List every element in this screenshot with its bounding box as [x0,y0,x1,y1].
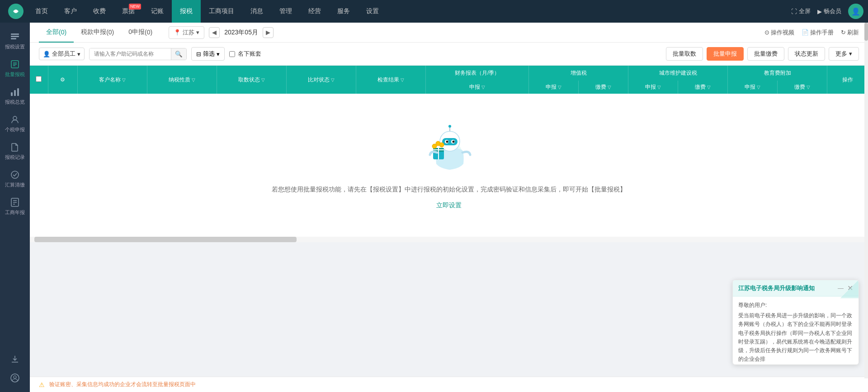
filter-button[interactable]: ⊟ 筛选 ▾ [191,47,225,61]
th-gear[interactable]: ⚙ [48,66,78,94]
th-tax-nature[interactable]: 纳税性质 ▽ [147,66,217,94]
sidebar-item-settlement[interactable]: 汇算清缴 [0,165,30,193]
empty-state: 若您想使用批量报税功能，请先在【报税设置】中进行报税的初始化设置，完成密码验证和… [30,94,868,237]
tab-all[interactable]: 全部(0) [39,23,74,43]
robot-illustration [422,121,476,175]
th-compare-status[interactable]: 比对状态 ▽ [287,66,356,94]
top-navigation: 首页 客户 收费 票据 NEW 记账 报税 工商项目 消息 管理 经营 服务 设… [0,0,868,23]
sidebar-item-tax-record[interactable]: 报税记录 [0,138,30,165]
horizontal-scrollbar[interactable] [30,237,868,242]
dropdown-icon: ▾ [77,51,80,57]
person-icon: 👤 [43,51,50,57]
sidebar-user[interactable] [0,368,30,387]
tab-zero-declare[interactable]: 0申报(0) [121,23,160,43]
sidebar-item-personal-tax[interactable]: 个税申报 [0,110,30,138]
vip-btn[interactable]: ▶ 畅会员 [817,7,841,15]
th-fetch-status[interactable]: 取数状态 ▽ [217,66,287,94]
th-vat-payment[interactable]: 缴费 ▽ [579,81,628,94]
th-cc-payment[interactable]: 缴费 ▽ [678,81,728,94]
sidebar-item-business-report[interactable]: 工商年报 [0,193,30,220]
warning-message: 验证账密、采集信息均成功的企业才会流转至批量报税页面中 [49,381,196,388]
nav-manage[interactable]: 管理 [271,0,300,23]
tab-bar-right: ⊙ 操作视频 📄 操作手册 ↻ 刷新 [764,29,859,37]
th-customer-name[interactable]: 客户名称 ▽ [78,66,147,94]
nav-operation[interactable]: 经营 [300,0,329,23]
sidebar-item-tax-settings[interactable]: 报税设置 [0,27,30,55]
accounts-checkbox-label[interactable]: 名下账套 [229,50,261,58]
svg-rect-9 [11,92,13,96]
nav-tax[interactable]: 报税 [172,0,201,23]
th-vat-declare[interactable]: 申报 ▽ [529,81,579,94]
notification-greeting: 尊敬的用户: [738,301,853,310]
filter-triangle-icon2: ▽ [192,77,195,82]
prev-month-btn[interactable]: ◀ [209,27,220,38]
batch-fetch-btn[interactable]: 批量取数 [666,47,703,61]
operation-manual-btn[interactable]: 📄 操作手册 [802,29,834,37]
search-box: 🔍 [89,48,187,60]
user-avatar[interactable]: 👤 [848,4,863,19]
more-chevron-icon: ▾ [849,50,852,57]
tax-record-icon [10,142,20,152]
th-vat-group: 增值税 [529,66,628,81]
nav-home[interactable]: 首页 [27,0,56,23]
sidebar-item-batch-tax[interactable]: 批量报税 [0,55,30,82]
nav-accounting[interactable]: 记账 [143,0,172,23]
empty-message: 若您想使用批量报税功能，请先在【报税设置】中进行报税的初始化设置，完成密码验证和… [272,184,626,194]
filter-triangle-icon3: ▽ [261,77,265,82]
gear-icon: ⚙ [60,76,65,83]
th-checkbox[interactable] [30,66,48,94]
notification-title: 江苏电子税务局升级影响通知 [738,284,815,292]
search-button[interactable]: 🔍 [171,48,186,60]
bottom-bar: ⚠ 验证账密、采集信息均成功的企业才会流转至批量报税页面中 [30,377,868,392]
svg-rect-2 [11,33,19,35]
nav-right-actions: ⛶ 全屏 ▶ 畅会员 👤 [791,4,863,19]
batch-payment-btn[interactable]: 批量缴费 [747,47,784,61]
operation-video-btn[interactable]: ⊙ 操作视频 [764,29,794,37]
nav-customer[interactable]: 客户 [56,0,85,23]
sidebar-download[interactable] [0,349,30,368]
batch-declare-btn[interactable]: 批量申报 [707,47,744,61]
user-circle-icon [10,373,20,383]
employee-selector[interactable]: 👤 全部员工 ▾ [39,48,85,60]
tab-tax-declare[interactable]: 税款申报(0) [74,23,121,43]
tab-bar: 全部(0) 税款申报(0) 0申报(0) 📍 江苏 ▾ ◀ 2023年05月 ▶… [30,23,868,43]
notification-header: 江苏电子税务局升级影响通知 — ✕ [733,280,859,296]
right-scroll-thumb [864,23,868,41]
th-financial-report-group: 财务报表（月/季） [426,66,529,81]
next-month-btn[interactable]: ▶ [263,27,274,38]
svg-point-13 [11,171,19,178]
accounts-checkbox[interactable] [229,51,235,57]
business-report-icon [10,197,20,207]
search-input[interactable] [90,48,171,59]
scroll-thumb [34,237,297,242]
th-cc-declare[interactable]: 申报 ▽ [628,81,678,94]
th-city-group: 城市维护建设税 [628,66,728,81]
svg-rect-11 [17,88,19,96]
chevron-down-icon: ▾ [196,29,199,36]
th-edu-payment[interactable]: 缴费 ▽ [778,81,827,94]
svg-point-26 [446,141,448,143]
right-scrollbar[interactable] [864,23,868,378]
download-icon [10,354,20,364]
th-check-result[interactable]: 检查结果 ▽ [356,66,426,94]
refresh-btn[interactable]: ↻ 刷新 [841,29,859,37]
nav-service[interactable]: 服务 [329,0,358,23]
sidebar-item-tax-overview[interactable]: 报税总览 [0,82,30,110]
th-edu-declare[interactable]: 申报 ▽ [728,81,778,94]
data-table-container: ⚙ 客户名称 ▽ 纳税性质 ▽ [30,66,868,94]
fullscreen-btn[interactable]: ⛶ 全屏 [791,7,811,15]
tax-overview-icon [10,87,20,97]
select-all-checkbox[interactable] [36,76,42,82]
svg-rect-3 [11,36,19,37]
nav-message[interactable]: 消息 [242,0,271,23]
nav-settings[interactable]: 设置 [358,0,387,23]
th-fr-declare[interactable]: 申报 ▽ [426,81,529,94]
app-logo[interactable] [5,4,27,19]
nav-business[interactable]: 工商项目 [201,0,242,23]
region-selector[interactable]: 📍 江苏 ▾ [169,26,204,39]
nav-invoice[interactable]: 票据 NEW [114,0,143,23]
setup-link[interactable]: 立即设置 [436,201,462,210]
more-btn[interactable]: 更多 ▾ [829,47,859,61]
status-update-btn[interactable]: 状态更新 [788,47,825,61]
nav-billing[interactable]: 收费 [85,0,114,23]
